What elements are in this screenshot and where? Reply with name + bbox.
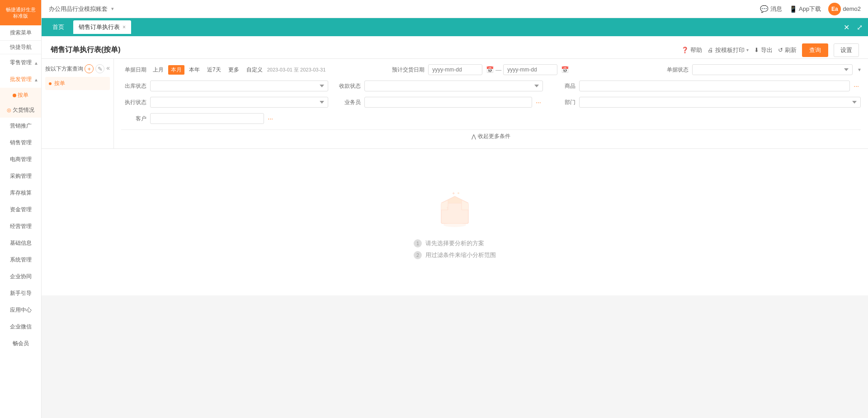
scheme-edit-btn[interactable]: ✎: [95, 64, 104, 73]
field-date: 单据日期 上月 本月 本年 近7天 更多 自定义 2023-03-01 至 20…: [121, 65, 385, 75]
query-button[interactable]: 查询: [802, 43, 828, 57]
collection-select[interactable]: [364, 81, 542, 91]
sidebar-item-business[interactable]: 经营管理: [0, 218, 41, 235]
message-icon: 💬: [760, 5, 769, 13]
tab-close-icon[interactable]: ×: [123, 24, 126, 30]
sidebar-item-system[interactable]: 系统管理: [0, 252, 41, 268]
export-btn[interactable]: ⬇ 导出: [754, 46, 773, 54]
dept-control: [579, 97, 861, 108]
filter-row-3: 执行状态 业务员 ···: [121, 97, 861, 108]
salesman-input[interactable]: [364, 97, 532, 108]
date-btn-lastmonth[interactable]: 上月: [150, 65, 166, 75]
industry-arrow-icon[interactable]: ▾: [111, 6, 114, 12]
sidebar-sub-item-anjia[interactable]: 按单: [0, 88, 41, 103]
exec-label: 执行状态: [121, 99, 146, 106]
page-header: 销售订单执行表(按单) ❓ 帮助 🖨 按模板打印 ▾ ⬇ 导出 ↺ 刷新: [42, 36, 868, 59]
order-status-select[interactable]: [692, 64, 853, 75]
print-btn[interactable]: 🖨 按模板打印 ▾: [708, 46, 749, 54]
sidebar-item-guide[interactable]: 新手引导: [0, 285, 41, 302]
empty-tips: 1 请先选择要分析的方案 2 用过滤条件来缩小分析范围: [414, 239, 496, 259]
sidebar-item-search[interactable]: 搜索菜单: [0, 25, 41, 41]
scheme-item-anjia[interactable]: 按单: [45, 77, 110, 90]
outbound-control: [150, 81, 328, 91]
sidebar-item-appcenter[interactable]: 应用中心: [0, 302, 41, 318]
tab-home[interactable]: 首页: [45, 20, 71, 34]
expected-date-from[interactable]: [428, 64, 482, 75]
tip-num-2: 2: [414, 251, 422, 259]
help-btn[interactable]: ❓ 帮助: [681, 46, 702, 54]
svg-text:↑: ↑: [446, 205, 448, 211]
goods-input[interactable]: [579, 81, 850, 91]
date-btn-thisyear[interactable]: 本年: [186, 65, 203, 75]
sidebar-sub-item-qianhuo[interactable]: ◎ 欠货情况: [0, 103, 41, 118]
sidebar-item-inventory[interactable]: 库存核算: [0, 185, 41, 201]
download-icon: 📱: [789, 5, 797, 13]
sidebar-item-finance[interactable]: 资金管理: [0, 201, 41, 218]
sidebar-item-purchase[interactable]: 采购管理: [0, 168, 41, 185]
app-download-btn[interactable]: 📱 App下载: [789, 5, 821, 13]
refresh-icon: ↺: [778, 47, 783, 53]
field-dept: 部门: [550, 97, 861, 108]
field-goods: 商品 ···: [550, 81, 861, 91]
outbound-label: 出库状态: [121, 82, 146, 90]
field-exec: 执行状态: [121, 97, 328, 108]
window-maximize-btn[interactable]: ⤢: [855, 22, 864, 33]
filter-form: 单据日期 上月 本月 本年 近7天 更多 自定义 2023-03-01 至 20…: [114, 59, 868, 148]
sidebar-item-retail[interactable]: 零售管理 ▲: [0, 54, 41, 71]
date-shortcuts: 上月 本月 本年 近7天 更多 自定义: [150, 65, 265, 75]
scheme-actions: + ✎ «: [85, 64, 110, 73]
salesman-control: ···: [364, 97, 542, 108]
date-btn-more[interactable]: 更多: [226, 65, 242, 75]
user-menu-btn[interactable]: Ea demo2: [828, 3, 861, 15]
date-btn-7days[interactable]: 近7天: [204, 65, 224, 75]
sidebar-item-wholesale[interactable]: 批发管理 ▲: [0, 71, 41, 88]
sidebar-item-collab[interactable]: 企业协同: [0, 268, 41, 285]
sidebar-item-ecommerce[interactable]: 电商管理: [0, 151, 41, 168]
sub-dot-icon: [13, 94, 16, 97]
sidebar-item-quicknav[interactable]: 快捷导航: [0, 41, 41, 54]
export-icon: ⬇: [754, 47, 759, 53]
page-header-actions: ❓ 帮助 🖨 按模板打印 ▾ ⬇ 导出 ↺ 刷新 查询 设置: [681, 43, 859, 57]
date-btn-thismonth[interactable]: 本月: [168, 65, 184, 75]
filter-scheme-title: 按以下方案查询 + ✎ «: [45, 64, 110, 73]
settings-button[interactable]: 设置: [834, 43, 859, 57]
refresh-btn[interactable]: ↺ 刷新: [778, 46, 797, 54]
svg-point-1: [443, 223, 466, 227]
sidebar-item-basic[interactable]: 基础信息: [0, 235, 41, 252]
svg-point-3: [458, 192, 459, 194]
tabbar-actions: ✕ ⤢: [842, 22, 864, 33]
sidebar-item-member[interactable]: 畅会员: [0, 335, 41, 352]
tab-sales-exec[interactable]: 销售订单执行表 ×: [73, 20, 131, 34]
salesman-picker-btn[interactable]: ···: [534, 98, 543, 107]
sidebar-item-sales[interactable]: 销售管理: [0, 134, 41, 151]
date-group: 上月 本月 本年 近7天 更多 自定义 2023-03-01 至 2023-03…: [150, 65, 385, 75]
empty-tip-1: 1 请先选择要分析的方案: [414, 239, 496, 247]
sidebar-item-marketing[interactable]: 营销推广: [0, 118, 41, 134]
tip-num-1: 1: [414, 239, 422, 247]
window-close-btn[interactable]: ✕: [842, 22, 851, 33]
retail-arrow-icon: ▲: [34, 60, 38, 65]
order-status-control: [692, 64, 853, 75]
topbar-right: 💬 消息 📱 App下载 Ea demo2: [760, 3, 861, 15]
date-separator: —: [495, 66, 501, 73]
filter-row-4: 客户 ···: [121, 113, 861, 124]
customer-picker-btn[interactable]: ···: [266, 114, 275, 123]
message-btn[interactable]: 💬 消息: [760, 5, 782, 13]
outbound-select[interactable]: [150, 81, 328, 91]
filter-row-2: 出库状态 收款状态: [121, 81, 861, 91]
date-label: 单据日期: [121, 66, 146, 74]
sidebar-logo[interactable]: 畅捷通好生意 标准版: [0, 0, 41, 25]
date-btn-custom[interactable]: 自定义: [244, 65, 265, 75]
collapse-more-btn[interactable]: ⋀ 收起更多条件: [121, 129, 861, 143]
cal-from-icon: 📅: [486, 66, 494, 73]
customer-input[interactable]: [150, 113, 264, 124]
exec-select[interactable]: [150, 97, 328, 108]
logo-text: 畅捷通好生意 标准版: [6, 6, 36, 19]
scheme-collapse-btn[interactable]: «: [106, 64, 110, 73]
goods-picker-btn[interactable]: ···: [852, 81, 861, 90]
sidebar-item-wechat[interactable]: 企业微信: [0, 318, 41, 335]
scheme-add-btn[interactable]: +: [85, 64, 94, 73]
goods-control: ···: [579, 81, 861, 91]
expected-date-to[interactable]: [503, 64, 557, 75]
dept-select[interactable]: [579, 97, 861, 108]
